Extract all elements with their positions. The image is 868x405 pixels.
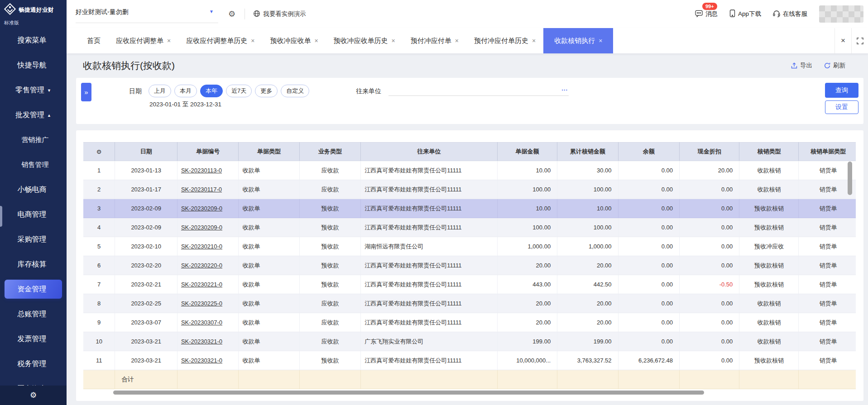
header-gear-icon[interactable]: ⚙ xyxy=(228,9,235,19)
column-header[interactable]: 核销单据类型 xyxy=(799,143,856,161)
table-row[interactable]: 2 2023-01-17 SK-20230117-0 收款单 应收款 江西真可爱… xyxy=(83,180,856,199)
cell-doc-number-link[interactable]: SK-20230113-0 xyxy=(177,161,238,180)
tab[interactable]: 应收应付调整单 × xyxy=(108,28,178,53)
date-option-pill[interactable]: 近7天 xyxy=(226,85,252,97)
cell-doc-number-link[interactable]: SK-20230209-0 xyxy=(177,218,238,237)
cell-cash-discount: 0.00 xyxy=(679,313,739,332)
column-header[interactable]: 日期 xyxy=(115,143,177,161)
fullscreen-icon[interactable] xyxy=(851,28,868,53)
cell-doc-number-link[interactable]: SK-20230117-0 xyxy=(177,180,238,199)
column-header[interactable]: 往来单位 xyxy=(361,143,498,161)
table-row[interactable]: 4 2023-02-09 SK-20230209-0 收款单 预收款 江西真可爱… xyxy=(83,218,856,237)
cell-doc-number-link[interactable]: SK-20230307-0 xyxy=(177,313,238,332)
cell-settled-amount: 20.00 xyxy=(557,313,618,332)
table-row[interactable]: 3 2023-02-09 SK-20230209-0 收款单 预收款 江西真可爱… xyxy=(83,199,856,218)
column-header[interactable]: 业务类型 xyxy=(299,143,360,161)
date-option-pill[interactable]: 本年 xyxy=(200,85,223,97)
tab[interactable]: 首页 × xyxy=(79,28,108,53)
cell-doc-number-link[interactable]: SK-20230321-0 xyxy=(177,351,238,370)
tab[interactable]: 应收应付调整单历史 × xyxy=(178,28,262,53)
tab-close-icon[interactable]: × xyxy=(314,37,318,44)
tab-close-icon[interactable]: × xyxy=(392,37,395,44)
tab-close-icon[interactable]: × xyxy=(532,37,536,44)
messages-button[interactable]: 99+ 消息 xyxy=(695,10,718,19)
cell-doc-type: 收款单 xyxy=(239,275,299,294)
sidebar-item[interactable]: 搜索菜单 xyxy=(0,28,67,53)
headset-icon xyxy=(773,10,780,19)
partner-input[interactable]: ... xyxy=(388,81,569,96)
date-option-pill[interactable]: 本月 xyxy=(174,85,197,97)
table-row[interactable]: 11 2023-03-21 SK-20230321-0 收款单 预收款 江西真可… xyxy=(83,351,856,370)
date-option-pill[interactable]: 自定义 xyxy=(281,85,309,97)
cell-doc-number-link[interactable]: SK-20230321-0 xyxy=(177,332,238,351)
tab[interactable]: 预付冲应付单 × xyxy=(403,28,466,53)
more-options-icon[interactable]: ... xyxy=(561,85,568,92)
sidebar-footer: ⚙ xyxy=(0,386,67,405)
refresh-button[interactable]: 刷新 xyxy=(824,62,845,70)
sidebar-item[interactable]: 快捷导航 xyxy=(0,53,67,78)
cell-doc-type: 收款单 xyxy=(239,294,299,313)
cell-doc-number-link[interactable]: SK-20230221-0 xyxy=(177,275,238,294)
table-row[interactable]: 1 2023-01-13 SK-20230113-0 收款单 应收款 江西真可爱… xyxy=(83,161,856,180)
table-row[interactable]: 10 2023-03-21 SK-20230321-0 收款单 应收款 广东飞翔… xyxy=(83,332,856,351)
settings-gear-icon[interactable]: ⚙ xyxy=(30,391,37,400)
column-header[interactable]: 现金折扣 xyxy=(679,143,739,161)
sidebar-item[interactable]: 税务管理 xyxy=(0,352,67,376)
demo-link[interactable]: 我要看实例演示 xyxy=(253,10,306,19)
tab[interactable]: 收款核销执行 × xyxy=(543,28,613,53)
date-option-pill[interactable]: 更多 xyxy=(255,85,278,97)
export-button[interactable]: 导出 xyxy=(791,62,812,70)
column-header[interactable]: 单据编号 xyxy=(177,143,238,161)
table-row[interactable]: 7 2023-02-21 SK-20230221-0 收款单 预收款 江西真可爱… xyxy=(83,275,856,294)
tab-close-icon[interactable]: × xyxy=(251,37,254,44)
sidebar-item[interactable]: 批发管理 ▲ xyxy=(0,103,67,128)
tab[interactable]: 预付冲应付单历史 × xyxy=(466,28,543,53)
table-row[interactable]: 9 2023-03-07 SK-20230307-0 收款单 应收款 江西真可爱… xyxy=(83,313,856,332)
date-option-pill[interactable]: 上月 xyxy=(149,85,171,97)
cell-biz-type: 预收款 xyxy=(299,351,360,370)
table-row[interactable]: 8 2023-02-25 SK-20230225-0 收款单 应收款 江西真可爱… xyxy=(83,294,856,313)
table-row[interactable]: 6 2023-02-20 SK-20230220-0 收款单 预收款 江西真可爱… xyxy=(83,256,856,275)
cell-doc-number-link[interactable]: SK-20230209-0 xyxy=(177,199,238,218)
column-header[interactable]: 单据金额 xyxy=(497,143,557,161)
tab-close-icon[interactable]: × xyxy=(599,37,602,44)
sidebar-item-label: 税务管理 xyxy=(18,359,47,369)
sidebar-item[interactable]: 库存核算 xyxy=(0,252,67,277)
expand-filters-button[interactable]: » xyxy=(81,83,91,101)
sidebar-item[interactable]: 小畅电商 xyxy=(0,177,67,202)
user-account-redacted[interactable] xyxy=(819,5,863,23)
sidebar-item[interactable]: 电商管理 xyxy=(0,202,67,227)
cell-doc-type: 收款单 xyxy=(239,237,299,256)
app-download-button[interactable]: App下载 xyxy=(729,10,761,19)
cell-doc-number-link[interactable]: SK-20230225-0 xyxy=(177,294,238,313)
online-service-button[interactable]: 在线客服 xyxy=(773,10,807,19)
cell-partner: 江西真可爱布娃娃有限责任公司11111 xyxy=(361,275,498,294)
sidebar-item[interactable]: 零售管理 ▼ xyxy=(0,78,67,103)
column-header[interactable]: 单据类型 xyxy=(239,143,299,161)
tab-close-icon[interactable]: × xyxy=(455,37,459,44)
sidebar-item[interactable]: 销售管理 xyxy=(0,152,67,177)
table-row[interactable]: 5 2023-02-10 SK-20230210-0 收款单 预收款 湖南恒远有… xyxy=(83,237,856,256)
sidebar-item[interactable]: 采购管理 xyxy=(0,227,67,252)
horizontal-scrollbar[interactable] xyxy=(113,391,704,395)
sidebar-collapse-handle[interactable] xyxy=(0,206,2,227)
query-button[interactable]: 查询 xyxy=(825,83,858,98)
settings-button[interactable]: 设置 xyxy=(825,100,858,114)
sidebar-item[interactable]: 资金管理 xyxy=(5,280,62,299)
vertical-scrollbar[interactable] xyxy=(848,162,852,195)
cell-doc-number-link[interactable]: SK-20230210-0 xyxy=(177,237,238,256)
account-selector[interactable]: 好业财测试-量勿删 ▼ xyxy=(76,5,218,23)
sidebar-item[interactable]: 总账管理 xyxy=(0,302,67,327)
column-settings-icon[interactable]: ⚙ xyxy=(83,143,115,161)
cell-date: 2023-03-21 xyxy=(115,351,177,370)
sidebar-item[interactable]: 发票管理 xyxy=(0,327,67,352)
tab[interactable]: 预收冲应收单历史 × xyxy=(326,28,403,53)
column-header[interactable]: 余额 xyxy=(618,143,679,161)
sidebar-item[interactable]: 营销推广 xyxy=(0,128,67,152)
tab[interactable]: 预收冲应收单 × xyxy=(262,28,326,53)
cell-doc-number-link[interactable]: SK-20230220-0 xyxy=(177,256,238,275)
column-header[interactable]: 核销类型 xyxy=(739,143,799,161)
close-all-tabs-button[interactable]: × xyxy=(834,28,851,53)
column-header[interactable]: 累计核销金额 xyxy=(557,143,618,161)
tab-close-icon[interactable]: × xyxy=(167,37,171,44)
